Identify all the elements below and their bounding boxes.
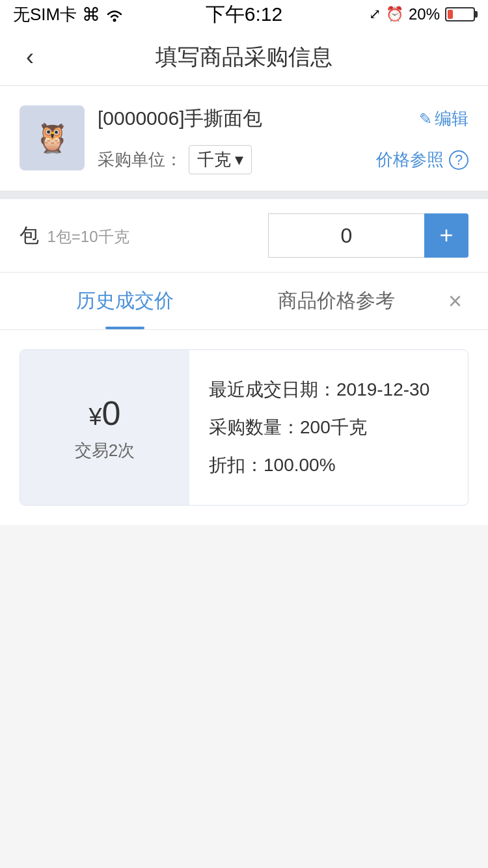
edit-label: 编辑 <box>435 107 468 130</box>
purchase-qty-value: 200千克 <box>300 417 367 437</box>
quantity-input[interactable] <box>268 213 424 258</box>
edit-button[interactable]: ✎ 编辑 <box>419 107 468 130</box>
recent-date-label: 最近成交日期： <box>209 379 336 400</box>
history-trade-count: 交易2次 <box>75 439 135 462</box>
product-card: 🦉 [0000006]手撕面包 ✎ 编辑 采购单位： 千克 ▾ <box>0 86 488 191</box>
nav-bar: ‹ 填写商品采购信息 <box>0 29 488 86</box>
tab-close-button[interactable]: × <box>442 281 468 321</box>
history-content: ¥0 交易2次 最近成交日期：2019-12-30 采购数量：200千克 折扣：… <box>0 330 488 525</box>
price-ref-label: 价格参照 <box>376 148 444 171</box>
history-detail-section: 最近成交日期：2019-12-30 采购数量：200千克 折扣：100.00% <box>189 350 468 505</box>
wifi-icon: ⌘ <box>82 4 124 25</box>
section-divider <box>0 191 488 199</box>
svg-point-0 <box>113 19 116 22</box>
battery-icon <box>445 7 475 21</box>
quantity-unit-section: 包 1包=10千克 <box>20 223 129 249</box>
history-price: ¥0 <box>89 394 121 433</box>
price-reference-button[interactable]: 价格参照 ? <box>376 148 468 171</box>
purchase-qty-row: 采购数量：200千克 <box>209 414 448 441</box>
currency-symbol: ¥ <box>89 403 102 430</box>
product-thumb-icon: 🦉 <box>34 121 70 155</box>
battery-percent: 20% <box>409 5 440 23</box>
unit-conversion: 1包=10千克 <box>47 228 129 245</box>
main-background <box>0 525 488 868</box>
product-thumbnail: 🦉 <box>20 105 85 170</box>
product-name: [0000006]手撕面包 <box>98 105 262 132</box>
discount-row: 折扣：100.00% <box>209 452 448 479</box>
alarm-icon: ⏰ <box>386 6 403 23</box>
status-time: 下午6:12 <box>206 1 282 28</box>
quantity-row: 包 1包=10千克 + <box>0 199 488 273</box>
unit-dropdown-arrow: ▾ <box>235 150 243 170</box>
recent-date-row: 最近成交日期：2019-12-30 <box>209 376 448 403</box>
recent-date-value: 2019-12-30 <box>336 379 429 400</box>
history-price-section: ¥0 交易2次 <box>20 350 189 505</box>
status-carrier: 无SIM卡 ⌘ <box>13 3 124 26</box>
discount-value: 100.00% <box>264 455 336 475</box>
status-bar: 无SIM卡 ⌘ 下午6:12 ⤢ ⏰ 20% <box>0 0 488 29</box>
edit-icon: ✎ <box>419 110 432 128</box>
location-icon: ⤢ <box>369 6 381 23</box>
purchase-qty-label: 采购数量： <box>209 417 300 437</box>
tab-section: 历史成交价 商品价格参考 × ¥0 交易2次 最近成交日期：2019-12-30… <box>0 273 488 525</box>
status-right: ⤢ ⏰ 20% <box>369 5 475 23</box>
discount-label: 折扣： <box>209 455 264 475</box>
tab-bar: 历史成交价 商品价格参考 × <box>0 273 488 330</box>
price-ref-help-icon: ? <box>449 150 468 170</box>
quantity-input-group: + <box>268 213 468 258</box>
quantity-plus-button[interactable]: + <box>424 213 468 258</box>
unit-name: 包 <box>20 224 39 246</box>
tab-history-price[interactable]: 历史成交价 <box>20 273 230 329</box>
back-button[interactable]: ‹ <box>20 37 40 77</box>
unit-label: 采购单位： 千克 ▾ <box>98 145 252 174</box>
product-info: [0000006]手撕面包 ✎ 编辑 采购单位： 千克 ▾ 价格参照 ? <box>98 105 468 174</box>
price-value: 0 <box>102 394 121 432</box>
page-title: 填写商品采购信息 <box>156 42 332 72</box>
carrier-text: 无SIM卡 <box>13 3 77 26</box>
tab-product-price-ref[interactable]: 商品价格参考 <box>230 273 441 329</box>
history-card: ¥0 交易2次 最近成交日期：2019-12-30 采购数量：200千克 折扣：… <box>20 349 468 506</box>
unit-select[interactable]: 千克 ▾ <box>189 145 252 174</box>
unit-value: 千克 <box>197 148 231 171</box>
